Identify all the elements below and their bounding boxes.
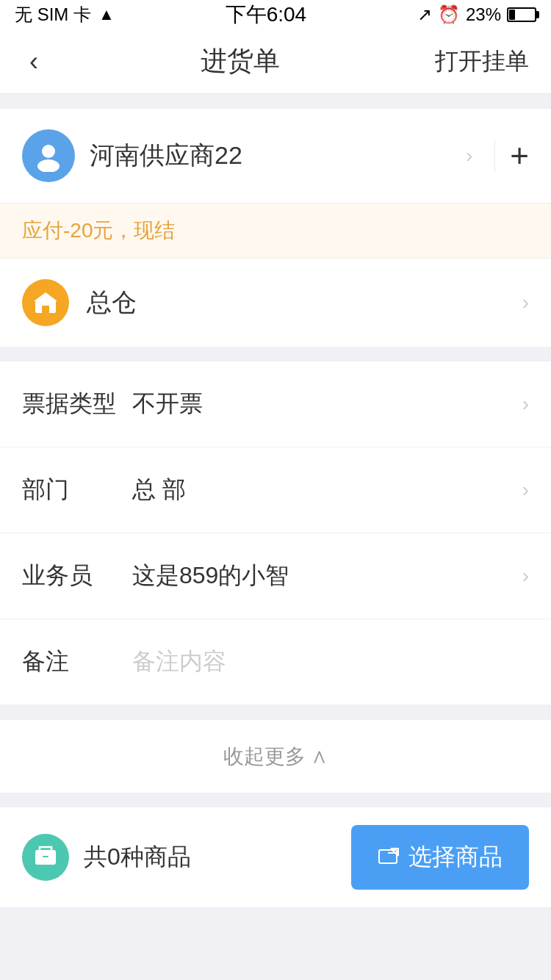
status-bar-time: 下午6:04 — [226, 1, 307, 29]
nav-bar: ‹ 进货单 打开挂单 — [0, 29, 551, 94]
battery-percentage: 23% — [466, 4, 501, 25]
product-cart-icon — [22, 834, 69, 881]
open-pending-button[interactable]: 打开挂单 — [435, 46, 529, 78]
invoice-type-value: 不开票 — [125, 388, 522, 420]
svg-point-0 — [42, 145, 55, 158]
salesperson-chevron-icon: › — [522, 564, 529, 588]
form-section: 票据类型 不开票 › 部门 总 部 › 业务员 这是859的小智 › 备注 备注… — [0, 361, 551, 705]
supplier-section: 河南供应商22 › + 应付-20元，现结 总仓 › — [0, 109, 551, 347]
top-divider — [0, 94, 551, 109]
collapse-button[interactable]: 收起更多 ∧ — [223, 745, 328, 768]
svg-rect-4 — [42, 306, 49, 313]
collapse-section: 收起更多 ∧ — [0, 719, 551, 793]
battery-icon — [507, 7, 536, 22]
page-title: 进货单 — [201, 43, 280, 79]
salesperson-label: 业务员 — [22, 560, 125, 592]
page-background — [0, 907, 551, 980]
supplier-row[interactable]: 河南供应商22 › + — [0, 109, 551, 203]
status-bar-left: 无 SIM 卡 ▲ — [15, 3, 115, 26]
warehouse-svg-icon — [32, 289, 59, 316]
department-row[interactable]: 部门 总 部 › — [0, 447, 551, 533]
salesperson-row[interactable]: 业务员 这是859的小智 › — [0, 533, 551, 619]
status-bar: 无 SIM 卡 ▲ 下午6:04 ↗ ⏰ 23% — [0, 0, 551, 29]
department-label: 部门 — [22, 474, 125, 506]
warehouse-chevron-icon: › — [522, 291, 529, 314]
supplier-name: 河南供应商22 — [90, 139, 466, 173]
notice-bar: 应付-20元，现结 — [0, 203, 551, 258]
select-product-button[interactable]: 选择商品 — [351, 825, 529, 890]
invoice-type-row[interactable]: 票据类型 不开票 › — [0, 361, 551, 447]
select-product-icon — [378, 846, 401, 869]
salesperson-value: 这是859的小智 — [125, 560, 522, 592]
supplier-avatar — [22, 129, 75, 182]
product-count-label: 共0种商品 — [84, 841, 351, 873]
remark-placeholder: 备注内容 — [125, 646, 529, 678]
svg-marker-3 — [34, 292, 57, 301]
status-bar-right: ↗ ⏰ 23% — [417, 4, 536, 25]
warehouse-icon — [22, 279, 69, 326]
invoice-type-label: 票据类型 — [22, 388, 125, 420]
warehouse-row[interactable]: 总仓 › — [0, 258, 551, 347]
location-icon: ↗ — [417, 4, 432, 25]
warehouse-name: 总仓 — [87, 286, 522, 320]
department-value: 总 部 — [125, 474, 522, 506]
alarm-icon: ⏰ — [438, 4, 460, 25]
svg-rect-6 — [43, 856, 48, 857]
notice-text: 应付-20元，现结 — [22, 219, 175, 242]
wifi-icon: ▲ — [98, 5, 115, 24]
carrier-label: 无 SIM 卡 — [15, 3, 91, 26]
remark-row[interactable]: 备注 备注内容 — [0, 619, 551, 705]
department-chevron-icon: › — [522, 478, 529, 502]
invoice-type-chevron-icon: › — [522, 392, 529, 416]
add-supplier-button[interactable]: + — [494, 140, 529, 172]
remark-label: 备注 — [22, 646, 125, 678]
supplier-chevron-icon: › — [466, 144, 472, 167]
select-product-label: 选择商品 — [408, 841, 503, 873]
back-button[interactable]: ‹ — [22, 39, 46, 84]
avatar-icon — [32, 140, 65, 172]
svg-point-1 — [37, 159, 60, 172]
bottom-bar: 共0种商品 选择商品 — [0, 807, 551, 907]
cart-svg-icon — [32, 844, 59, 871]
